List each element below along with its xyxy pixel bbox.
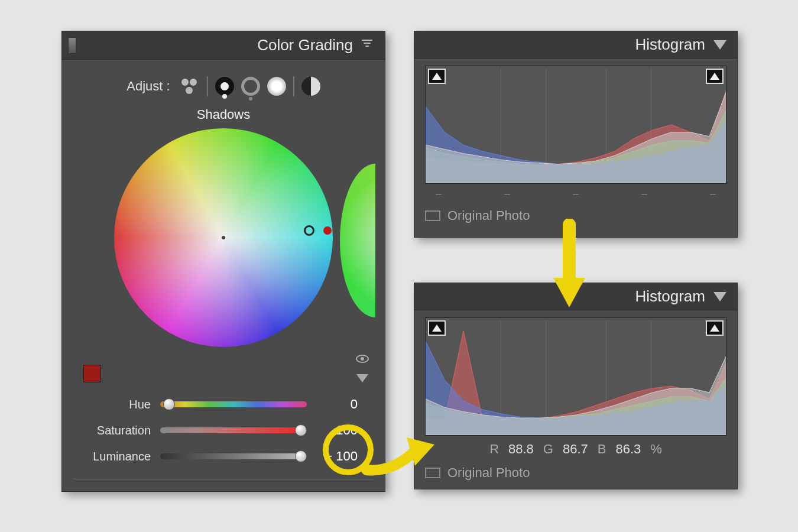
panel-title: Histogram — [635, 35, 705, 54]
mode-global-icon[interactable] — [301, 77, 320, 96]
hue-slider[interactable] — [160, 401, 307, 407]
wheel-center-icon — [222, 236, 225, 239]
original-photo-label: Original Photo — [447, 208, 530, 223]
luminance-slider[interactable] — [160, 453, 307, 459]
expand-chevron-down-icon[interactable] — [356, 374, 368, 382]
soft-proof-checkbox-icon[interactable] — [425, 210, 440, 221]
luminance-value[interactable]: + 100 — [316, 449, 358, 464]
rgb-pct-label: % — [650, 442, 662, 457]
collapse-chevron-down-icon[interactable] — [713, 292, 726, 301]
adjust-label: Adjust : — [126, 79, 170, 94]
rgb-b-value: 86.3 — [615, 442, 641, 457]
mode-shadows-icon[interactable] — [215, 77, 234, 96]
divider — [293, 76, 294, 96]
wheel-saturation-handle[interactable] — [304, 225, 314, 236]
saturation-slider-row: Saturation 100 — [86, 423, 358, 438]
shadows-color-wheel[interactable] — [114, 128, 333, 347]
saturation-label: Saturation — [86, 424, 151, 437]
divider — [74, 479, 373, 479]
filter-icon[interactable] — [361, 40, 373, 51]
histogram-panel-after: Histogram R 88.8 G 86.7 B 86.3 % Origina… — [414, 283, 738, 489]
soft-proof-checkbox-icon[interactable] — [425, 468, 440, 478]
panel-title: Color Grading — [257, 36, 353, 54]
saturation-value[interactable]: 100 — [316, 423, 358, 438]
color-swatch[interactable] — [83, 365, 101, 382]
hue-value[interactable]: 0 — [316, 397, 358, 412]
mode-highlights-icon[interactable] — [267, 77, 286, 96]
rgb-g-label: G — [543, 442, 553, 457]
zone-marker: – — [573, 187, 579, 200]
zone-marker: – — [504, 187, 510, 200]
rgb-r-value: 88.8 — [508, 442, 534, 457]
panel-title: Histogram — [635, 287, 705, 306]
original-photo-row[interactable]: Original Photo — [414, 200, 737, 232]
histogram-plot[interactable] — [425, 317, 726, 436]
panel-header: Histogram — [414, 283, 737, 310]
midtones-wheel-peek[interactable] — [340, 164, 385, 317]
section-label: Shadows — [72, 107, 375, 122]
saturation-slider[interactable] — [160, 427, 307, 433]
wheel-hue-handle[interactable] — [323, 226, 332, 235]
panel-header: Color Grading — [62, 31, 385, 60]
zone-marker: – — [641, 187, 647, 200]
adjust-mode-row: Adjust : — [72, 76, 375, 96]
histogram-plot[interactable] — [425, 66, 726, 184]
luminance-slider-knob[interactable] — [295, 450, 307, 462]
divider — [207, 76, 208, 96]
hue-slider-row: Hue 0 — [86, 397, 358, 412]
panel-grip-icon[interactable] — [68, 37, 76, 54]
zone-marker: – — [710, 187, 716, 200]
collapse-chevron-down-icon[interactable] — [713, 40, 726, 50]
histogram-chart — [426, 77, 726, 183]
hue-slider-knob[interactable] — [163, 398, 175, 410]
color-grading-panel: Color Grading Adjust : Shadows — [61, 31, 385, 492]
luminance-slider-row: Luminance + 100 — [86, 449, 358, 464]
rgb-readout: R 88.8 G 86.7 B 86.3 % — [425, 436, 726, 457]
rgb-b-label: B — [598, 442, 606, 457]
mode-three-way-icon[interactable] — [179, 77, 200, 96]
zone-marker: – — [436, 187, 442, 200]
hue-label: Hue — [86, 398, 151, 411]
svg-point-1 — [361, 357, 364, 361]
saturation-slider-knob[interactable] — [295, 424, 307, 436]
panel-header: Histogram — [414, 31, 737, 59]
rgb-r-label: R — [489, 442, 499, 457]
mode-midtones-icon[interactable] — [241, 77, 260, 96]
zone-marker-row: – – – – – — [425, 184, 726, 200]
original-photo-row[interactable]: Original Photo — [414, 457, 737, 489]
rgb-g-value: 86.7 — [563, 442, 588, 457]
histogram-chart — [426, 329, 726, 435]
visibility-eye-icon[interactable] — [355, 352, 369, 366]
luminance-label: Luminance — [86, 450, 151, 463]
original-photo-label: Original Photo — [447, 465, 530, 481]
histogram-panel-before: Histogram – – – – – Original Photo — [414, 31, 738, 238]
